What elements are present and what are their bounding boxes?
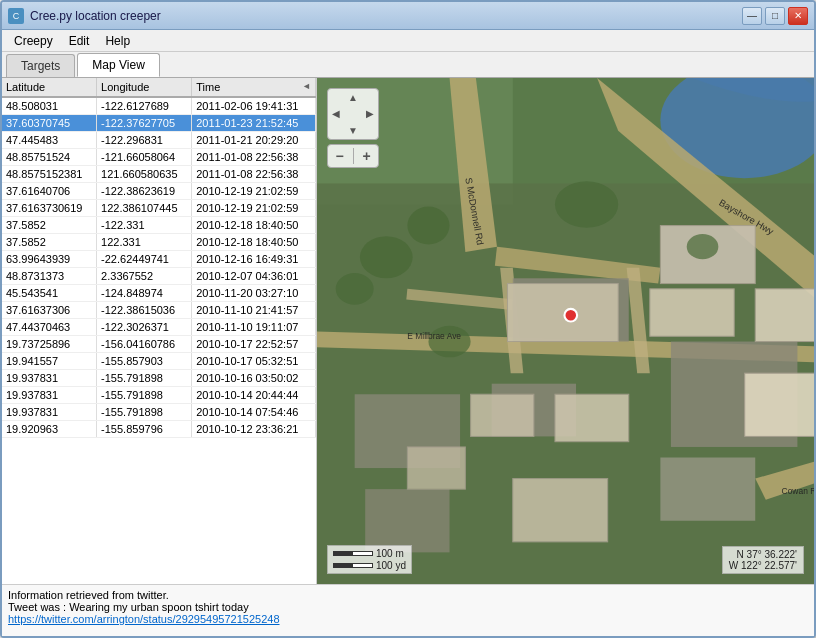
cell-longitude: -122.38615036 — [97, 302, 192, 319]
table-row[interactable]: 47.445483-122.2968312011-01-21 20:29:20 — [2, 132, 316, 149]
cell-longitude: -22.62449741 — [97, 251, 192, 268]
cell-latitude: 19.937831 — [2, 404, 97, 421]
table-row[interactable]: 19.920963-155.8597962010-10-12 23:36:21 — [2, 421, 316, 438]
cell-time: 2010-10-16 03:50:02 — [192, 370, 316, 387]
svg-rect-7 — [660, 458, 755, 521]
cell-time: 2010-12-18 18:40:50 — [192, 234, 316, 251]
cell-time: 2011-01-08 22:56:38 — [192, 149, 316, 166]
location-table: Latitude Longitude Time ◄ 48.508031-122.… — [2, 78, 316, 438]
status-link[interactable]: https://twitter.com/arrington/status/292… — [8, 613, 280, 625]
cell-longitude: -156.04160786 — [97, 336, 192, 353]
scale-bar-container: 100 m 100 yd — [333, 548, 406, 571]
table-row[interactable]: 37.6163730619122.3861074452010-12-19 21:… — [2, 200, 316, 217]
cell-latitude: 37.5852 — [2, 217, 97, 234]
map-svg: S McDonnell Rd E Millbrae Ave Bayshore H… — [317, 78, 814, 584]
cell-time: 2011-01-21 20:29:20 — [192, 132, 316, 149]
table-row[interactable]: 45.543541-124.8489742010-11-20 03:27:10 — [2, 285, 316, 302]
cell-time: 2010-12-07 04:36:01 — [192, 268, 316, 285]
cell-latitude: 19.941557 — [2, 353, 97, 370]
cell-time: 2010-10-12 23:36:21 — [192, 421, 316, 438]
tab-targets[interactable]: Targets — [6, 54, 75, 77]
table-body: 48.508031-122.61276892011-02-06 19:41:31… — [2, 97, 316, 438]
cell-longitude: -122.3026371 — [97, 319, 192, 336]
cell-longitude: 2.3367552 — [97, 268, 192, 285]
table-row[interactable]: 19.73725896-156.041607862010-10-17 22:52… — [2, 336, 316, 353]
cell-longitude: -122.296831 — [97, 132, 192, 149]
cell-latitude: 47.445483 — [2, 132, 97, 149]
cell-latitude: 45.543541 — [2, 285, 97, 302]
close-button[interactable]: ✕ — [788, 7, 808, 25]
svg-rect-14 — [745, 373, 814, 436]
cell-latitude: 19.937831 — [2, 387, 97, 404]
table-row[interactable]: 19.941557-155.8579032010-10-17 05:32:51 — [2, 353, 316, 370]
minimize-button[interactable]: — — [742, 7, 762, 25]
cell-longitude: -124.848974 — [97, 285, 192, 302]
scale-bar-m — [333, 551, 373, 556]
cell-latitude: 19.937831 — [2, 370, 97, 387]
table-row[interactable]: 19.937831-155.7918982010-10-16 03:50:02 — [2, 370, 316, 387]
svg-rect-10 — [508, 284, 619, 342]
table-row[interactable]: 37.5852122.3312010-12-18 18:40:50 — [2, 234, 316, 251]
cell-longitude: -122.331 — [97, 217, 192, 234]
nav-right[interactable]: ▶ — [362, 106, 378, 122]
status-bar: Information retrieved from twitter. Twee… — [2, 584, 814, 636]
table-row[interactable]: 63.99643939-22.624497412010-12-16 16:49:… — [2, 251, 316, 268]
table-row[interactable]: 48.85751524-121.660580642011-01-08 22:56… — [2, 149, 316, 166]
maximize-button[interactable]: □ — [765, 7, 785, 25]
svg-point-22 — [555, 181, 618, 227]
col-latitude: Latitude — [2, 78, 97, 97]
map-area[interactable]: S McDonnell Rd E Millbrae Ave Bayshore H… — [317, 78, 814, 584]
cell-time: 2010-12-16 16:49:31 — [192, 251, 316, 268]
table-row[interactable]: 47.44370463-122.30263712010-11-10 19:11:… — [2, 319, 316, 336]
nav-control: ▲ ◀ ▶ ▼ — [327, 88, 379, 140]
cell-latitude: 37.60370745 — [2, 115, 97, 132]
scale-row-yards: 100 yd — [333, 560, 406, 571]
cell-time: 2010-10-14 07:54:46 — [192, 404, 316, 421]
cell-latitude: 37.61637306 — [2, 302, 97, 319]
nav-up[interactable]: ▲ — [345, 89, 361, 105]
table-row[interactable]: 37.60370745-122.376277052011-01-23 21:52… — [2, 115, 316, 132]
zoom-out-button[interactable]: − — [329, 149, 349, 163]
cell-time: 2010-11-10 21:41:57 — [192, 302, 316, 319]
table-row[interactable]: 48.87313732.33675522010-12-07 04:36:01 — [2, 268, 316, 285]
cell-latitude: 37.61640706 — [2, 183, 97, 200]
svg-point-24 — [687, 234, 719, 259]
cell-time: 2010-10-14 20:44:44 — [192, 387, 316, 404]
table-row[interactable]: 19.937831-155.7918982010-10-14 07:54:46 — [2, 404, 316, 421]
svg-point-20 — [407, 207, 449, 245]
map-coordinates: N 37° 36.222' W 122° 22.577' — [722, 546, 804, 574]
cell-latitude: 63.99643939 — [2, 251, 97, 268]
svg-rect-18 — [513, 479, 608, 542]
tab-bar: Targets Map View — [2, 52, 814, 78]
table-row[interactable]: 19.937831-155.7918982010-10-14 20:44:44 — [2, 387, 316, 404]
table-row[interactable]: 37.5852-122.3312010-12-18 18:40:50 — [2, 217, 316, 234]
menu-edit[interactable]: Edit — [61, 32, 98, 50]
title-bar-left: C Cree.py location creeper — [8, 8, 161, 24]
table-row[interactable]: 37.61640706-122.386236192010-12-19 21:02… — [2, 183, 316, 200]
tab-map-view[interactable]: Map View — [77, 53, 159, 77]
cell-latitude: 48.85751524 — [2, 149, 97, 166]
menu-help[interactable]: Help — [97, 32, 138, 50]
cell-longitude: -121.66058064 — [97, 149, 192, 166]
nav-down[interactable]: ▼ — [345, 123, 361, 139]
cell-longitude: -155.859796 — [97, 421, 192, 438]
scale-bar-yd — [333, 563, 373, 568]
cell-latitude: 19.920963 — [2, 421, 97, 438]
table-row[interactable]: 48.8575152381121.6605806352011-01-08 22:… — [2, 166, 316, 183]
table-container[interactable]: Latitude Longitude Time ◄ 48.508031-122.… — [2, 78, 316, 584]
cell-latitude: 48.8731373 — [2, 268, 97, 285]
scale-label-yd: 100 yd — [376, 560, 406, 571]
cell-time: 2010-10-17 05:32:51 — [192, 353, 316, 370]
table-row[interactable]: 37.61637306-122.386150362010-11-10 21:41… — [2, 302, 316, 319]
svg-text:E Millbrae Ave: E Millbrae Ave — [407, 331, 461, 341]
svg-rect-13 — [755, 289, 814, 342]
map-scale: 100 m 100 yd — [327, 545, 412, 574]
zoom-in-button[interactable]: + — [356, 149, 376, 163]
cell-longitude: 122.386107445 — [97, 200, 192, 217]
cell-latitude: 19.73725896 — [2, 336, 97, 353]
menu-creepy[interactable]: Creepy — [6, 32, 61, 50]
table-row[interactable]: 48.508031-122.61276892011-02-06 19:41:31 — [2, 97, 316, 115]
svg-text:Cowan Rd: Cowan Rd — [782, 486, 814, 496]
cell-time: 2010-11-20 03:27:10 — [192, 285, 316, 302]
nav-left[interactable]: ◀ — [328, 106, 344, 122]
